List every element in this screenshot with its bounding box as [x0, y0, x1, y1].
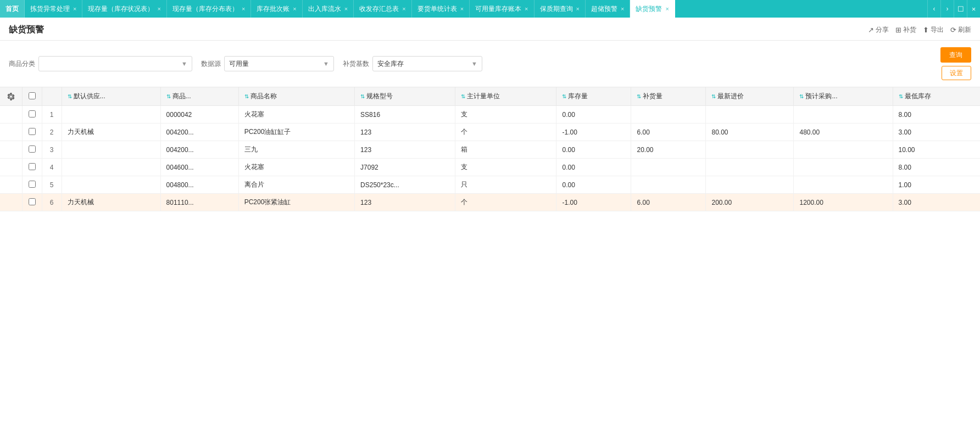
- tab-close-batch[interactable]: ×: [293, 5, 296, 12]
- th-checkbox[interactable]: [22, 87, 42, 106]
- nav-tab-stock2[interactable]: 现存量（库存分布表）×: [167, 0, 251, 18]
- nav-tab-pickup[interactable]: 拣货异常处理×: [25, 0, 82, 18]
- refresh-icon: ⟳: [950, 26, 956, 34]
- row-settings-3[interactable]: [0, 159, 22, 176]
- th-spec[interactable]: ⇅规格型号: [355, 87, 455, 106]
- row-settings-1[interactable]: [0, 124, 22, 141]
- row-settings-0[interactable]: [0, 106, 22, 124]
- code-sort-icon: ⇅: [166, 93, 171, 99]
- est-sort-icon: ⇅: [799, 93, 804, 99]
- settings-button[interactable]: 设置: [942, 66, 971, 80]
- row-settings-5[interactable]: [0, 194, 22, 211]
- nav-tab-available[interactable]: 可用量库存账本×: [470, 0, 534, 18]
- unit-sort-icon: ⇅: [461, 93, 465, 99]
- row-num-0: 1: [42, 106, 62, 124]
- nav-tab-order-stat[interactable]: 要货单统计表×: [412, 0, 470, 18]
- row-checkbox-0[interactable]: [22, 106, 42, 124]
- datasource-select[interactable]: 可用量 ▼: [224, 56, 334, 71]
- th-product-name[interactable]: ⇅商品名称: [238, 87, 354, 106]
- th-unit[interactable]: ⇅主计量单位: [455, 87, 556, 106]
- nav-tab-batch[interactable]: 库存批次账×: [251, 0, 302, 18]
- replenish-btn[interactable]: ⊞ 补货: [895, 25, 916, 35]
- row-check-1[interactable]: [29, 128, 36, 135]
- th-product-code[interactable]: ⇅商品...: [160, 87, 238, 106]
- filter-datasource: 数据源 可用量 ▼: [201, 56, 334, 71]
- row-checkbox-5[interactable]: [22, 194, 42, 211]
- spec-sort-icon: ⇅: [360, 93, 365, 99]
- tab-close-flow[interactable]: ×: [344, 5, 348, 12]
- row-min-1: 3.00: [893, 124, 980, 141]
- select-all-checkbox[interactable]: [29, 92, 36, 99]
- data-table: ⇅默认供应... ⇅商品... ⇅商品名称 ⇅规格型号 ⇅主计量单位: [0, 87, 980, 211]
- window-restore-btn[interactable]: ☐: [954, 0, 967, 18]
- th-default-supplier[interactable]: ⇅默认供应...: [62, 87, 160, 106]
- category-select[interactable]: ▼: [38, 56, 192, 71]
- th-stock[interactable]: ⇅库存量: [556, 87, 631, 106]
- th-replenish[interactable]: ⇅补货量: [631, 87, 706, 106]
- nav-tab-home[interactable]: 首页: [0, 0, 25, 18]
- replenish-chevron-icon: ▼: [471, 60, 477, 67]
- nav-tab-shortage[interactable]: 缺货预警×: [630, 0, 675, 18]
- tab-close-expiry[interactable]: ×: [576, 5, 580, 12]
- table-row: 10000042火花塞SS816支0.008.00: [0, 106, 980, 124]
- row-check-2[interactable]: [29, 145, 36, 153]
- row-check-3[interactable]: [29, 163, 36, 170]
- row-code-2: 004200...: [160, 141, 238, 159]
- min-sort-icon: ⇅: [899, 93, 903, 99]
- row-stock-1: -1.00: [556, 124, 631, 141]
- row-spec-0: SS816: [355, 106, 455, 124]
- row-check-0[interactable]: [29, 110, 36, 117]
- nav-tab-stock1[interactable]: 现存量（库存状况表）×: [82, 0, 166, 18]
- tab-close-available[interactable]: ×: [525, 5, 528, 12]
- tab-close-stock2[interactable]: ×: [242, 5, 245, 12]
- tab-close-shortage[interactable]: ×: [665, 5, 669, 12]
- row-replenish-5: 6.00: [631, 194, 706, 211]
- row-settings-2[interactable]: [0, 141, 22, 159]
- row-checkbox-1[interactable]: [22, 124, 42, 141]
- row-checkbox-2[interactable]: [22, 141, 42, 159]
- header-actions: ↗ 分享 ⊞ 补货 ⬆ 导出 ⟳ 刷新: [868, 25, 971, 35]
- row-min-2: 10.00: [893, 141, 980, 159]
- row-unit-0: 支: [455, 106, 556, 124]
- refresh-btn[interactable]: ⟳ 刷新: [950, 25, 971, 35]
- row-num-4: 5: [42, 176, 62, 194]
- row-replenish-2: 20.00: [631, 141, 706, 159]
- row-check-4[interactable]: [29, 181, 36, 188]
- name-sort-icon: ⇅: [244, 93, 249, 99]
- row-num-2: 3: [42, 141, 62, 159]
- row-checkbox-3[interactable]: [22, 159, 42, 176]
- tab-close-order-stat[interactable]: ×: [460, 5, 464, 12]
- nav-tab-overstock[interactable]: 超储预警×: [586, 0, 630, 18]
- th-min-stock[interactable]: ⇅最低库存: [893, 87, 980, 106]
- nav-tab-summary[interactable]: 收发存汇总表×: [354, 0, 411, 18]
- row-unit-2: 箱: [455, 141, 556, 159]
- row-name-0: 火花塞: [238, 106, 354, 124]
- th-est-purchase[interactable]: ⇅预计采购...: [794, 87, 893, 106]
- th-latest-price[interactable]: ⇅最新进价: [706, 87, 794, 106]
- row-est-4: [794, 176, 893, 194]
- share-btn[interactable]: ↗ 分享: [868, 25, 889, 35]
- row-code-0: 0000042: [160, 106, 238, 124]
- row-name-1: PC200油缸缸子: [238, 124, 354, 141]
- tab-close-stock1[interactable]: ×: [157, 5, 160, 12]
- export-btn[interactable]: ⬆ 导出: [923, 25, 944, 35]
- nav-tab-expiry[interactable]: 保质期查询×: [534, 0, 586, 18]
- tab-close-overstock[interactable]: ×: [621, 5, 624, 12]
- tab-close-summary[interactable]: ×: [402, 5, 405, 12]
- main-content: 缺货预警 ↗ 分享 ⊞ 补货 ⬆ 导出 ⟳ 刷新 商品分类: [0, 18, 980, 437]
- row-settings-4[interactable]: [0, 176, 22, 194]
- nav-next-btn[interactable]: ›: [940, 0, 954, 18]
- row-price-0: [706, 106, 794, 124]
- tab-close-pickup[interactable]: ×: [73, 5, 76, 12]
- row-checkbox-4[interactable]: [22, 176, 42, 194]
- nav-prev-btn[interactable]: ‹: [927, 0, 940, 18]
- replenish-select[interactable]: 安全库存 ▼: [372, 56, 482, 71]
- row-price-4: [706, 176, 794, 194]
- window-close-btn[interactable]: ×: [967, 0, 980, 18]
- query-button[interactable]: 查询: [940, 47, 971, 63]
- th-settings[interactable]: [0, 87, 22, 106]
- nav-tab-flow[interactable]: 出入库流水×: [303, 0, 354, 18]
- table-header-row: ⇅默认供应... ⇅商品... ⇅商品名称 ⇅规格型号 ⇅主计量单位: [0, 87, 980, 106]
- table-row: 6力天机械801110...PC200张紧油缸123个-1.006.00200.…: [0, 194, 980, 211]
- row-check-5[interactable]: [29, 198, 36, 205]
